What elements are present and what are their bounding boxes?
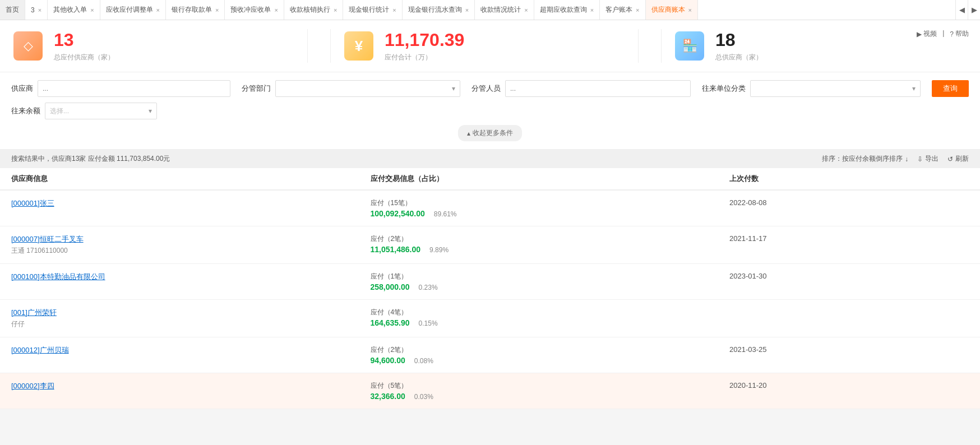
- export-icon: ⇩: [917, 155, 923, 163]
- supplier-link[interactable]: [001]广州荣轩: [11, 308, 57, 317]
- close-tab-cash-bank-stat[interactable]: ×: [392, 7, 396, 13]
- txn-label: 应付（15笔）: [371, 198, 730, 208]
- close-tab-receipt-stat[interactable]: ×: [524, 7, 528, 13]
- txn-amount: 164,635.90: [371, 318, 410, 327]
- sort-action[interactable]: 排序：按应付余额倒序排序 ↓: [822, 154, 908, 164]
- nav-scroll-left[interactable]: ◀: [955, 0, 968, 20]
- txn-pct: 0.08%: [414, 357, 433, 365]
- nav-tab-bank-deposit[interactable]: 银行存取款单 ×: [166, 0, 225, 20]
- balance-label: 往来余额: [11, 106, 40, 116]
- txn-cell: 应付（2笔） 11,051,486.00 9.89%: [371, 234, 730, 254]
- top-navigation: 首页 3 × 其他收入单 × 应收应付调整单 × 银行存取款单 × 预收冲应收单…: [0, 0, 980, 20]
- supplier-cell: [000007]恒旺二手叉车 王通 17106110000: [11, 234, 371, 256]
- supplier-link[interactable]: [000002]李四: [11, 382, 54, 390]
- stat-payable-suppliers: ◇ 13 总应付供应商（家）: [11, 29, 308, 63]
- last-payment-cell: 2021-11-17: [729, 234, 969, 243]
- nav-scroll-right[interactable]: ▶: [968, 0, 980, 20]
- refresh-icon: ↺: [947, 155, 953, 163]
- stat-payable-suppliers-label: 总应付供应商（家）: [54, 53, 114, 62]
- supplier-sub: 王通 17106110000: [11, 246, 371, 256]
- chevron-down-icon-3: ▾: [149, 107, 152, 115]
- nav-tab-overdue-query[interactable]: 超期应收款查询 ×: [534, 0, 600, 20]
- nav-tab-ar-ap-adjust[interactable]: 应收应付调整单 ×: [100, 0, 166, 20]
- table-row: [000007]恒旺二手叉车 王通 17106110000 应付（2笔） 11,…: [0, 226, 980, 264]
- last-payment-cell: 2021-03-25: [729, 345, 969, 354]
- supplier-input[interactable]: [38, 80, 230, 97]
- help-action[interactable]: ? 帮助: [950, 29, 969, 39]
- filter-section: 供应商 分管部门 ▾ 分管人员 往来单位分类 ▾ 查询 往来余额 选择: [0, 72, 980, 150]
- last-payment-cell: 2022-08-08: [729, 198, 969, 207]
- stat-payable-suppliers-text: 13 总应付供应商（家）: [54, 30, 114, 62]
- table-body: [000001]张三 应付（15笔） 100,092,540.00 89.61%…: [0, 191, 980, 409]
- txn-row: 94,600.00 0.08%: [371, 355, 730, 365]
- refresh-action[interactable]: ↺ 刷新: [947, 154, 969, 164]
- dept-label: 分管部门: [242, 84, 271, 94]
- help-icon: ?: [950, 30, 954, 38]
- filter-balance: 往来余额 选择... ▾: [11, 103, 157, 119]
- results-bar: 搜索结果中，供应商13家 应付金额 111,703,854.00元 排序：按应付…: [0, 150, 980, 168]
- search-button[interactable]: 查询: [932, 80, 969, 97]
- person-label: 分管人员: [471, 84, 501, 94]
- data-table: 供应商信息 应付交易信息（占比） 上次付数 [000001]张三 应付（15笔）…: [0, 168, 980, 409]
- close-tab-overdue-query[interactable]: ×: [590, 7, 594, 13]
- txn-label: 应付（2笔）: [371, 345, 730, 355]
- close-tab-customer-book[interactable]: ×: [636, 7, 639, 13]
- supplier-link[interactable]: [000001]张三: [11, 199, 54, 207]
- supplier-cell: [000100]本特勤油品有限公司: [11, 272, 371, 282]
- supplier-link[interactable]: [000012]广州贝瑞: [11, 346, 69, 354]
- col-last-payment: 上次付数: [729, 174, 969, 184]
- stat-payable-amount-label: 应付合计（万）: [385, 53, 464, 62]
- nav-tab-receipt-stat[interactable]: 收款情况统计 ×: [475, 0, 534, 20]
- nav-tab-prepaid-offset[interactable]: 预收冲应收单 ×: [225, 0, 284, 20]
- close-tab-prepaid-offset[interactable]: ×: [274, 7, 278, 13]
- close-tab-other-income[interactable]: ×: [90, 7, 94, 13]
- collapse-button[interactable]: ▴ 收起更多条件: [458, 125, 522, 141]
- nav-tab-cash-flow[interactable]: 现金银行流水查询 ×: [403, 0, 475, 20]
- stat-payable-amount-text: 11,170.39 应付合计（万）: [385, 30, 464, 62]
- supplier-link[interactable]: [000100]本特勤油品有限公司: [11, 272, 105, 281]
- chevron-down-icon: ▾: [452, 85, 455, 92]
- close-tab-3[interactable]: ×: [38, 7, 41, 13]
- txn-label: 应付（2笔）: [371, 234, 730, 244]
- txn-cell: 应付（15笔） 100,092,540.00 89.61%: [371, 198, 730, 218]
- close-tab-receipt-verify[interactable]: ×: [334, 7, 337, 13]
- nav-tab-3[interactable]: 3 ×: [25, 0, 48, 20]
- filter-category: 往来单位分类 ▾: [702, 80, 921, 97]
- supplier-label: 供应商: [11, 84, 33, 94]
- col-txn-info: 应付交易信息（占比）: [371, 174, 730, 184]
- stats-header: ◇ 13 总应付供应商（家） ¥ 11,170.39 应付合计（万） 🏪 18 …: [0, 20, 980, 72]
- close-tab-bank-deposit[interactable]: ×: [215, 7, 219, 13]
- person-input[interactable]: [505, 80, 691, 97]
- video-action[interactable]: ▶ 视频: [917, 29, 937, 39]
- supplier-link[interactable]: [000007]恒旺二手叉车: [11, 235, 84, 243]
- table-header: 供应商信息 应付交易信息（占比） 上次付数: [0, 168, 980, 191]
- category-select[interactable]: ▾: [750, 80, 921, 97]
- nav-tab-other-income[interactable]: 其他收入单 ×: [48, 0, 100, 20]
- table-row: [000100]本特勤油品有限公司 应付（1笔） 258,000.00 0.23…: [0, 264, 980, 300]
- txn-amount: 32,366.00: [371, 392, 405, 401]
- nav-tab-supplier-book[interactable]: 供应商账本 ×: [646, 0, 698, 20]
- nav-tab-receipt-verify[interactable]: 收款核销执行 ×: [284, 0, 343, 20]
- close-tab-cash-flow[interactable]: ×: [465, 7, 469, 13]
- balance-select[interactable]: 选择... ▾: [45, 103, 157, 119]
- filter-row-2: 往来余额 选择... ▾: [11, 103, 969, 119]
- dept-select[interactable]: ▾: [275, 80, 461, 97]
- filter-person: 分管人员: [471, 80, 691, 97]
- stat-total-suppliers-text: 18 总供应商（家）: [715, 30, 762, 62]
- supplier-cell: [000001]张三: [11, 198, 371, 208]
- filter-supplier: 供应商: [11, 80, 230, 97]
- results-summary: 搜索结果中，供应商13家 应付金额 111,703,854.00元: [11, 154, 170, 164]
- stat-divider-1: [330, 29, 331, 63]
- nav-tab-cash-bank-stat[interactable]: 现金银行统计 ×: [343, 0, 402, 20]
- supplier-sub: 仔仔: [11, 319, 371, 329]
- coin-icon: ¥: [342, 29, 376, 63]
- table-row: [000002]李四 应付（5笔） 32,366.00 0.03% 2020-1…: [0, 373, 980, 409]
- close-tab-supplier-book[interactable]: ×: [688, 7, 692, 13]
- chevron-down-icon-2: ▾: [912, 85, 916, 92]
- nav-tab-home[interactable]: 首页: [0, 0, 25, 20]
- txn-row: 258,000.00 0.23%: [371, 281, 730, 291]
- video-icon: ▶: [917, 30, 922, 38]
- nav-tab-customer-book[interactable]: 客户账本 ×: [600, 0, 645, 20]
- close-tab-ar-ap-adjust[interactable]: ×: [156, 7, 160, 13]
- export-action[interactable]: ⇩ 导出: [917, 154, 939, 164]
